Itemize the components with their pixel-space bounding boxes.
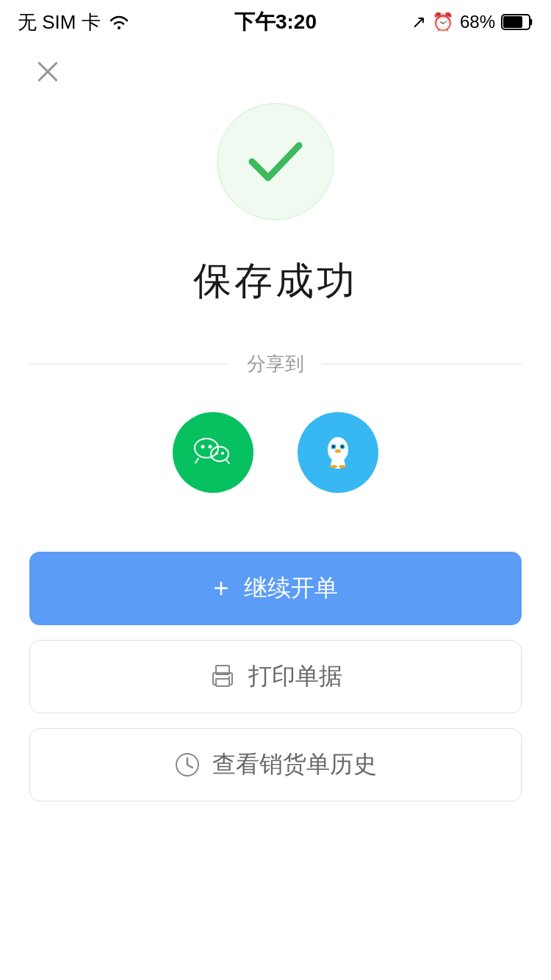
svg-point-17: [330, 465, 337, 468]
clock-icon: [174, 752, 201, 778]
wifi-icon: [108, 14, 130, 30]
status-time: 下午3:20: [234, 8, 317, 36]
continue-order-label: 继续开单: [244, 572, 338, 605]
svg-point-15: [335, 450, 341, 453]
status-right: ↗ ⏰ 68%: [411, 12, 533, 32]
svg-point-8: [221, 452, 224, 455]
battery-percent: 68%: [460, 12, 495, 32]
svg-point-7: [215, 452, 218, 455]
print-label: 打印单据: [248, 660, 342, 693]
svg-point-5: [201, 445, 205, 449]
qq-icon: [314, 429, 361, 476]
qq-share-button[interactable]: [298, 412, 378, 493]
history-label: 查看销货单历史: [212, 749, 377, 781]
divider-left: [29, 364, 229, 364]
success-icon-container: [217, 103, 334, 220]
svg-rect-21: [216, 679, 229, 686]
svg-line-25: [187, 765, 192, 768]
share-icons: [173, 412, 378, 493]
svg-point-4: [211, 447, 228, 461]
wechat-icon: [190, 429, 237, 476]
share-section: 分享到: [0, 351, 551, 377]
svg-rect-2: [503, 16, 522, 28]
svg-point-0: [118, 26, 120, 29]
wechat-share-button[interactable]: [173, 412, 253, 493]
action-buttons: + 继续开单 打印单据 查看销货单历史: [29, 552, 522, 801]
location-icon: ↗: [411, 12, 426, 32]
share-label: 分享到: [229, 351, 322, 377]
divider-right: [322, 364, 522, 364]
battery-icon: [501, 14, 533, 30]
print-button[interactable]: 打印单据: [29, 640, 522, 713]
continue-order-button[interactable]: + 继续开单: [29, 552, 522, 625]
svg-point-16: [331, 458, 345, 465]
svg-point-6: [209, 445, 212, 449]
history-button[interactable]: 查看销货单历史: [29, 728, 522, 801]
checkmark-icon: [246, 140, 305, 184]
main-content: 保存成功 分享到: [0, 44, 551, 801]
svg-point-14: [341, 445, 344, 448]
status-bar: 无 SIM 卡 下午3:20 ↗ ⏰ 68%: [0, 0, 551, 44]
close-button[interactable]: [29, 53, 66, 90]
svg-point-13: [332, 445, 335, 448]
svg-point-18: [339, 465, 346, 468]
status-left: 无 SIM 卡: [18, 10, 130, 35]
sim-status: 无 SIM 卡: [18, 10, 101, 35]
svg-point-22: [228, 677, 231, 679]
print-icon: [209, 664, 237, 689]
alarm-icon: ⏰: [432, 12, 454, 32]
success-title: 保存成功: [193, 256, 358, 307]
plus-icon: +: [213, 573, 228, 604]
